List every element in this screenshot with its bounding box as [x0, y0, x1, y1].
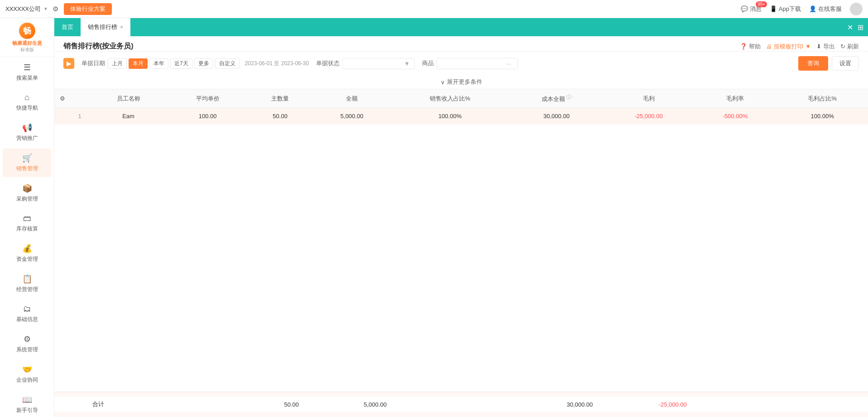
- export-label: 导出: [823, 43, 835, 51]
- last7-button[interactable]: 近7天: [170, 58, 192, 69]
- col-amount: 全额: [313, 89, 391, 108]
- this-month-button[interactable]: 本月: [129, 58, 148, 69]
- col-sales-pct: 销售收入占比%: [391, 89, 509, 108]
- sidebar-item-finance[interactable]: 💰 资金管理: [3, 239, 51, 268]
- sidebar-item-shortcut[interactable]: ⌂ 快捷导航: [3, 88, 51, 116]
- refresh-button[interactable]: ↻ 刷新: [840, 43, 859, 51]
- sidebar-item-search[interactable]: ☰ 搜索菜单: [3, 58, 51, 86]
- company-settings-button[interactable]: ⚙: [53, 5, 58, 13]
- row-sales-pct: 100.00%: [391, 108, 509, 125]
- help-button[interactable]: ❓ 帮助: [740, 43, 761, 51]
- sidebar-label-shortcut: 快捷导航: [16, 104, 38, 112]
- goods-more-icon[interactable]: ···: [504, 60, 513, 67]
- goods-input[interactable]: ···: [436, 58, 518, 69]
- row-rank: 1: [71, 108, 89, 125]
- logo-icon: 畅: [19, 23, 35, 39]
- app-label: App下载: [779, 5, 801, 13]
- company-selector[interactable]: XXXXXX公司 ▼: [5, 5, 48, 13]
- purchase-icon: 📦: [22, 183, 32, 193]
- guide-icon: 📖: [22, 395, 32, 405]
- footer-qty: 50.00: [254, 397, 329, 412]
- sidebar-label-finance: 资金管理: [16, 255, 38, 263]
- help-icon: ❓: [740, 43, 747, 50]
- row-settings: [54, 108, 71, 125]
- tab-close-all-button[interactable]: ✕: [847, 23, 853, 32]
- sidebar: 畅 畅康通好生意 标准版 ☰ 搜索菜单 ⌂ 快捷导航 📢 营销推广 🛒 销售管理…: [0, 18, 54, 417]
- service-label: 在线客服: [818, 5, 842, 13]
- sidebar-item-purchase[interactable]: 📦 采购管理: [3, 179, 51, 207]
- filter-date-group: 单据日期 上月 本月 本年 近7天 更多 自定义 2023-06-01 至 20…: [82, 58, 309, 69]
- row-name: Eam: [89, 108, 168, 125]
- sidebar-item-basic[interactable]: 🗂 基础信息: [3, 300, 51, 328]
- settings-button[interactable]: 设置: [832, 56, 859, 71]
- online-service-button[interactable]: 👤 在线客服: [809, 5, 842, 13]
- footer-settings-col: [54, 397, 69, 412]
- table-container: ⚙ 员工名称 平均单价 主数量 全额 销售收入占比% 成本全额 ⓘ 毛利 毛利率…: [54, 89, 868, 392]
- col-qty: 主数量: [247, 89, 313, 108]
- sidebar-label-system: 系统管理: [16, 346, 38, 354]
- company-name: XXXXXX公司: [5, 5, 41, 13]
- col-gross: 毛利: [604, 89, 693, 108]
- tab-home-label: 首页: [62, 23, 73, 31]
- status-chevron-icon: ▼: [404, 60, 410, 67]
- sidebar-label-search: 搜索菜单: [16, 74, 38, 82]
- expand-more-button[interactable]: ∨ 展开更多条件: [441, 78, 482, 86]
- sidebar-item-corp[interactable]: 🤝 企业协同: [3, 360, 51, 388]
- service-icon: 👤: [809, 5, 816, 12]
- this-year-button[interactable]: 本年: [149, 58, 168, 69]
- tab-sales-ranking[interactable]: 销售排行榜 ×: [81, 18, 130, 36]
- refresh-icon: ↻: [840, 43, 845, 50]
- filter-toggle-button[interactable]: ▶: [63, 58, 74, 69]
- header-actions: ❓ 帮助 🖨 按模板打印 ▼ ⬇ 导出 ↻ 刷新: [740, 43, 859, 51]
- try-industry-button[interactable]: 体验行业方案: [64, 3, 112, 15]
- query-button[interactable]: 查询: [798, 56, 828, 71]
- custom-date-button[interactable]: 自定义: [215, 58, 240, 69]
- more-date-button[interactable]: 更多: [194, 58, 213, 69]
- col-gross-pct: 毛利占比%: [777, 89, 868, 108]
- logo-text: 畅康通好生意: [12, 40, 42, 47]
- last-month-button[interactable]: 上月: [108, 58, 127, 69]
- message-button[interactable]: 💬 消息 99+: [741, 5, 762, 13]
- data-table: ⚙ 员工名称 平均单价 主数量 全额 销售收入占比% 成本全额 ⓘ 毛利 毛利率…: [54, 89, 868, 125]
- tab-close-icon[interactable]: ×: [120, 24, 123, 30]
- sidebar-item-guide[interactable]: 📖 新手引导: [3, 390, 51, 417]
- sidebar-item-system[interactable]: ⚙ 系统管理: [3, 330, 51, 358]
- footer-avg-price: [180, 397, 254, 412]
- system-icon: ⚙: [24, 334, 31, 344]
- tab-bar-right: ✕ ⊞: [847, 23, 868, 32]
- export-button[interactable]: ⬇ 导出: [816, 43, 835, 51]
- footer-gross-pct: [794, 397, 868, 412]
- sidebar-label-corp: 企业协同: [16, 376, 38, 384]
- sidebar-label-purchase: 采购管理: [16, 195, 38, 203]
- sidebar-label-guide: 新手引导: [16, 407, 38, 414]
- sidebar-item-operation[interactable]: 📋 经营管理: [3, 269, 51, 298]
- print-chevron-icon: ▼: [805, 43, 811, 50]
- row-gross: -25,000.00: [604, 108, 693, 125]
- table-header-row: ⚙ 员工名称 平均单价 主数量 全额 销售收入占比% 成本全额 ⓘ 毛利 毛利率…: [54, 89, 868, 108]
- table-body: 1 Eam 100.00 50.00 5,000.00 100.00% 30,0…: [54, 108, 868, 125]
- sidebar-item-inventory[interactable]: 🗃 库存核算: [3, 209, 51, 237]
- help-label: 帮助: [749, 43, 761, 51]
- app-download-button[interactable]: 📱 App下载: [770, 5, 801, 13]
- tab-home[interactable]: 首页: [54, 18, 81, 36]
- filter-status-group: 单据状态 ▼: [316, 58, 415, 69]
- basic-icon: 🗂: [23, 304, 31, 314]
- status-select[interactable]: ▼: [342, 58, 415, 69]
- sidebar-item-sales[interactable]: 🛒 销售管理: [3, 149, 51, 177]
- sidebar-label-inventory: 库存核算: [16, 225, 38, 233]
- sidebar-label-basic: 基础信息: [16, 316, 38, 323]
- col-gross-rate: 毛利率: [694, 89, 777, 108]
- filter-bar: ▶ 单据日期 上月 本月 本年 近7天 更多 自定义 2023-06-01 至 …: [54, 52, 868, 75]
- table-footer: 合计 50.00 5,000.00 30,000.00 -25,000.00: [54, 392, 868, 417]
- expand-label: 展开更多条件: [447, 78, 482, 86]
- main-layout: 畅 畅康通好生意 标准版 ☰ 搜索菜单 ⌂ 快捷导航 📢 营销推广 🛒 销售管理…: [0, 18, 868, 417]
- print-button[interactable]: 🖨 按模板打印 ▼: [766, 43, 811, 51]
- sidebar-item-marketing[interactable]: 📢 营销推广: [3, 118, 51, 147]
- row-amount: 5,000.00: [313, 108, 391, 125]
- tab-restore-button[interactable]: ⊞: [858, 23, 863, 32]
- footer-cost: 30,000.00: [533, 397, 626, 412]
- date-label: 单据日期: [82, 59, 105, 67]
- expand-more-bar: ∨ 展开更多条件: [54, 75, 868, 89]
- company-chevron-icon: ▼: [43, 6, 48, 11]
- user-avatar-area[interactable]: [850, 3, 863, 15]
